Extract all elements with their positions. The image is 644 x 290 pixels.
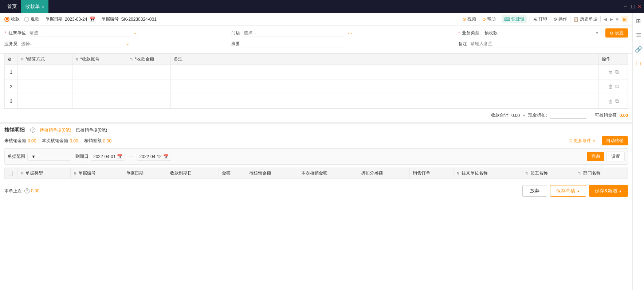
row-1-copy-icon[interactable]: ⧉ [615,69,619,75]
row-3-copy-icon[interactable]: ⧉ [615,98,619,104]
sort-dept-icon[interactable]: ⇅ [578,171,581,175]
range-select-arrow: ▼ [31,154,36,159]
counterparty-more-btn[interactable]: ··· [134,30,138,36]
unverified-label: 未核销金额 [4,138,26,144]
receipt-tab-close[interactable]: × [42,4,44,9]
close-btn-window[interactable]: × [638,3,641,10]
verify-info-icon[interactable]: ? [30,128,35,133]
shortcut-btn[interactable]: ⌨ 快捷键 [502,15,527,23]
auto-verify-button[interactable]: 自动核销 [602,136,628,145]
form-row-1: * 往来单位 ··· 门店 ··· * 业务类型 预收款 ▼ [4,28,628,38]
staff-input[interactable] [20,40,122,47]
row-3-remark[interactable] [171,94,599,109]
counterparty-input[interactable] [28,30,130,36]
row-3-delete-icon[interactable]: 🗑 [608,98,613,104]
biz-type-required-star: * [458,31,460,36]
filter-settings-button[interactable]: 设置 [606,152,625,161]
sort-amount-icon[interactable]: ⇅ [130,57,133,61]
pending-tab[interactable]: 待核销单据(0笔) [40,127,71,133]
sort-cp-icon[interactable]: ⇅ [456,171,459,175]
row-2-amount[interactable] [127,79,171,94]
row-3-amount[interactable] [127,94,171,109]
grid-view-icon[interactable]: ⊞ [621,16,628,23]
session-info-icon[interactable]: ? [24,188,30,193]
row-2-account[interactable] [72,79,127,94]
ops-btn[interactable]: ⚙ 操作 [553,16,567,22]
shop-more-btn[interactable]: ··· [348,30,352,36]
nav-right-icon[interactable]: ▶ [610,17,613,22]
th-account-label: *收款账号 [80,56,99,62]
staff-more-btn[interactable]: ··· [125,41,130,47]
refund-radio[interactable]: 退款 [24,16,39,22]
discount-input[interactable] [550,112,586,119]
row-2-settle[interactable] [18,79,72,94]
vth-sales-order-label: 销售订单 [413,171,430,176]
save-draft-button[interactable]: 保存草稿 ▲ [550,185,586,197]
sidebar-table-icon[interactable]: ⊞ [635,16,642,26]
save-new-arrow-icon: ▲ [619,189,622,193]
th-settings[interactable]: ⚙ [5,54,18,65]
row-2-delete-icon[interactable]: 🗑 [608,84,613,90]
sidebar-list-icon[interactable]: ☰ [635,30,643,40]
sidebar-scan-icon[interactable]: ⬚ [634,59,643,68]
query-button[interactable]: 查询 [587,152,604,161]
counterparty-label: 往来单位 [8,30,26,36]
th-amount: ⇅ *收款金额 [127,54,171,65]
row-1-account[interactable] [72,65,127,79]
video-btn[interactable]: ⊙ 视频 [463,16,476,22]
abandon-button[interactable]: 放弃 [522,185,547,197]
history-btn[interactable]: 📋 历史单据 [573,16,597,22]
done-tab[interactable]: 已核销单据(0笔) [76,127,107,133]
filter-label: 更多条件 ∧ [574,138,596,144]
sort-type-icon[interactable]: ⇅ [21,171,24,175]
receipt-radio-dot [4,17,9,22]
remark-input[interactable] [469,40,628,47]
home-tab[interactable]: 首页 [3,0,21,13]
due-date-from[interactable]: 2022-04-01 📅 [91,153,125,161]
bill-date-group: 单据日期 2023-03-24 📅 [45,16,95,22]
nav-left-icon[interactable]: ◀ [604,17,607,22]
receipt-tab[interactable]: 收款单 × [21,0,48,13]
receipt-radio[interactable]: 收款 [4,16,20,22]
vth-date: 单据日期 [123,168,167,179]
biz-type-arrow-icon[interactable]: ▼ [595,31,599,35]
due-date-to[interactable]: 2022-04-12 📅 [137,153,171,161]
row-2-copy-icon[interactable]: ⧉ [615,83,619,90]
settings-btn-label: 设置 [615,30,624,36]
sort-account-icon[interactable]: ⇅ [75,57,78,61]
abstract-input[interactable] [242,40,344,47]
save-new-button[interactable]: 保存&新增 ▲ [589,185,628,197]
verify-header-row: ⇅ 单据类型 ⇅ 单据编号 单据日期 收款到期日 [5,168,628,179]
range-select[interactable]: ▼ [27,153,71,161]
sort-settle-icon[interactable]: ⇅ [21,57,24,61]
minimize-btn[interactable]: － [623,3,628,11]
row-1-amount[interactable] [127,65,171,79]
select-all-checkbox[interactable] [8,171,13,176]
settings-gear-table-icon[interactable]: ⚙ [8,57,12,62]
shop-field: 门店 ··· [231,30,444,36]
list-view-icon[interactable]: ≡ [616,17,619,22]
sidebar-link-icon[interactable]: 🔗 [633,44,644,54]
row-1-settle[interactable] [18,65,72,79]
row-1-delete-icon[interactable]: 🗑 [608,69,613,75]
print-btn[interactable]: 🖨 打印 [533,16,547,22]
sort-no-icon[interactable]: ⇅ [74,171,76,175]
toolbar-right: ⊙ 视频 ⊙ 帮助 ⌨ 快捷键 🖨 打印 [463,15,628,23]
filter-icon: ▽ [569,138,573,144]
bill-date-calendar-icon[interactable]: 📅 [89,16,95,22]
vth-receive-date: 收款到期日 [167,168,219,179]
row-3-settle[interactable] [18,94,72,109]
help-btn[interactable]: ⊙ 帮助 [482,16,496,22]
settings-button[interactable]: ⚙ 设置 [605,28,628,38]
sort-staff-icon[interactable]: ⇅ [525,171,528,175]
window-controls: － □ × [623,3,641,11]
th-remark-label: 备注 [174,56,182,62]
more-conditions-btn[interactable]: ▽ 更多条件 ∧ [569,138,596,144]
row-3-account[interactable] [72,94,127,109]
bill-date-label: 单据日期 [45,16,63,22]
shop-input[interactable] [242,30,344,36]
history-icon: 📋 [573,17,579,22]
row-2-remark[interactable] [171,79,599,94]
row-1-remark[interactable] [171,65,599,79]
maximize-btn[interactable]: □ [631,3,635,10]
